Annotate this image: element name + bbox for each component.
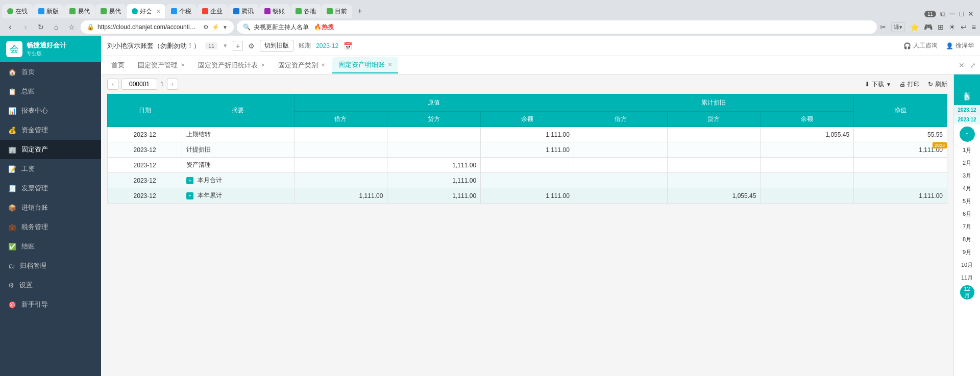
maximize-btn[interactable]: □ <box>960 10 964 18</box>
col-orig-debit: 借方 <box>294 112 387 127</box>
period-month-11[interactable]: 11月 <box>954 271 980 284</box>
support-btn[interactable]: 🎧 人工咨询 <box>903 41 938 50</box>
tab-bar: 在线 新版 易代 易代 好会 ✕ 个税 企业 腾讯 <box>0 0 980 18</box>
browser-tab-yidai2[interactable]: 易代 <box>95 4 126 18</box>
cell-summary-4: + 本月合计 <box>182 173 294 188</box>
close-tab-detail[interactable]: ✕ <box>388 62 392 67</box>
period-month-10[interactable]: 10月 <box>954 259 980 271</box>
period-month-1[interactable]: 1月 <box>954 144 980 157</box>
account-settings-icon[interactable]: ⚙ <box>248 42 255 50</box>
account-dropdown-icon[interactable]: ▼ <box>223 43 228 48</box>
switch-to-old-btn[interactable]: 切到旧版 <box>260 40 293 52</box>
site-info-icon[interactable]: ⚙ <box>203 23 209 31</box>
cell-orig-debit-4 <box>294 173 387 188</box>
search-bar[interactable]: 🔍 央视更新主持人名单 🔥热搜 <box>237 20 877 34</box>
close-all-tabs-icon[interactable]: ✕ <box>959 61 965 69</box>
close-tab-fixed-assets-mgmt[interactable]: ✕ <box>181 62 185 68</box>
tab-depreciation-stats[interactable]: 固定资产折旧统计表 ✕ <box>192 57 271 73</box>
sidebar-item-close-books[interactable]: ✅ 结账 <box>0 237 101 256</box>
tab-close-active[interactable]: ✕ <box>156 9 160 14</box>
period-month-8[interactable]: 8月 <box>954 233 980 246</box>
cell-accum-balance-5 <box>761 188 854 204</box>
menu-icon[interactable]: ≡ <box>972 23 976 31</box>
browser-tab-enterprise[interactable]: 企业 <box>197 4 228 18</box>
tab-fixed-assets-category[interactable]: 固定资产类别 ✕ <box>272 57 331 73</box>
period-value[interactable]: 2023-12 <box>316 42 338 49</box>
sidebar-item-payroll[interactable]: 📝 工资 <box>0 159 101 179</box>
refresh-content-btn[interactable]: ↻ 刷新 <box>928 80 947 89</box>
cell-orig-credit-2 <box>387 142 481 158</box>
browser-tab-gedi[interactable]: 各地 <box>290 4 321 18</box>
tab-fixed-assets-mgmt[interactable]: 固定资产管理 ✕ <box>132 57 191 73</box>
period-month-4[interactable]: 4月 <box>954 182 980 195</box>
payroll-icon: 📝 <box>8 165 16 173</box>
game-icon[interactable]: 🎮 <box>924 23 933 31</box>
restore-window-icon[interactable]: ⧉ <box>940 10 945 18</box>
print-btn[interactable]: 🖨 打印 <box>899 80 920 89</box>
add-account-btn[interactable]: + <box>233 41 243 51</box>
next-page-btn[interactable]: › <box>167 79 178 90</box>
sidebar-item-tax[interactable]: 💼 税务管理 <box>0 217 101 237</box>
page-number-input[interactable] <box>121 79 157 90</box>
calendar-icon[interactable]: 📅 <box>344 42 352 50</box>
browser-tab-new[interactable]: 新版 <box>33 4 64 18</box>
period-month-12[interactable]: 12月 <box>960 285 974 299</box>
browser-tab-active[interactable]: 好会 ✕ <box>127 4 165 18</box>
bookmark-btn[interactable]: ☆ <box>65 21 78 33</box>
scroll-top-btn[interactable]: ↑ <box>960 127 975 142</box>
browser-tab-online[interactable]: 在线 <box>2 4 33 18</box>
grid-icon[interactable]: ⊞ <box>938 23 944 31</box>
sidebar-item-settings[interactable]: ⚙ 设置 <box>0 275 101 295</box>
search-icon: 🔍 <box>243 23 251 31</box>
forward-btn[interactable]: › <box>19 21 32 33</box>
sidebar-item-funds[interactable]: 💰 资金管理 <box>0 120 101 140</box>
table-row-subtotal: 2023-12 + 本月合计 1,111.00 <box>108 173 947 188</box>
cell-date-5: 2023-12 <box>108 188 182 204</box>
browser-toolbar-right: ✂ 译▾ ⭐ 🎮 ⊞ ☀ ↩ ≡ <box>880 22 976 32</box>
minimize-btn[interactable]: ─ <box>949 9 955 18</box>
sidebar-item-invoice[interactable]: 🧾 发票管理 <box>0 179 101 198</box>
refresh-nav-btn[interactable]: ↻ <box>35 21 47 33</box>
browser-tab-muqian[interactable]: 目前 <box>322 4 352 18</box>
sidebar-item-ledger[interactable]: 📋 总账 <box>0 82 101 101</box>
sidebar-item-guide[interactable]: 🎯 新手引导 <box>0 295 101 314</box>
dropdown-nav-icon[interactable]: ▼ <box>223 24 228 30</box>
download-btn[interactable]: ⬇ 下载 ▼ <box>865 80 891 89</box>
home-btn[interactable]: ⌂ <box>50 21 62 33</box>
close-btn[interactable]: ✕ <box>968 10 974 18</box>
cell-date-3: 2023-12 <box>108 158 182 173</box>
period-month-9[interactable]: 9月 <box>954 246 980 259</box>
translate-icon[interactable]: 译▾ <box>891 22 905 32</box>
sidebar-item-archive[interactable]: 🗂 归档管理 <box>0 256 101 275</box>
period-month-3[interactable]: 3月 <box>954 169 980 182</box>
sidebar-item-home[interactable]: 🏠 首页 <box>0 62 101 82</box>
scissors-icon[interactable]: ✂ <box>880 23 886 31</box>
browser-tab-chang[interactable]: 畅账 <box>259 4 290 18</box>
url-bar[interactable]: 🔒 https://cloud.chanjet.com/accounting/u… <box>81 20 234 34</box>
expand-icon[interactable]: ⤢ <box>970 61 976 69</box>
browser-tab-tax[interactable]: 个税 <box>166 4 197 18</box>
star-icon[interactable]: ⭐ <box>910 23 919 31</box>
sidebar-item-reports[interactable]: 📊 报表中心 <box>0 101 101 120</box>
cell-orig-credit-1 <box>387 127 481 142</box>
cell-accum-balance-3 <box>761 158 854 173</box>
tab-home[interactable]: 首页 <box>105 57 131 73</box>
undo-icon[interactable]: ↩ <box>961 23 967 31</box>
sidebar-item-fixed-assets[interactable]: 🏢 固定资产 <box>0 140 101 159</box>
period-month-6[interactable]: 6月 <box>954 208 980 220</box>
brightness-icon[interactable]: ☀ <box>949 23 955 31</box>
close-tab-depreciation-stats[interactable]: ✕ <box>261 62 265 68</box>
period-month-5[interactable]: 5月 <box>954 195 980 208</box>
close-tab-category[interactable]: ✕ <box>321 62 325 68</box>
period-month-2[interactable]: 2月 <box>954 157 980 169</box>
browser-tab-yidai1[interactable]: 易代 <box>64 4 95 18</box>
new-tab-btn[interactable]: + <box>353 4 367 18</box>
prev-page-btn[interactable]: ‹ <box>107 79 118 90</box>
user-menu[interactable]: 👤 徐泽华 <box>946 41 974 50</box>
period-month-7[interactable]: 7月 <box>954 220 980 233</box>
sidebar-item-purchase-sales[interactable]: 📦 进销台账 <box>0 198 101 217</box>
browser-tab-tencent[interactable]: 腾讯 <box>228 4 259 18</box>
tab-fixed-assets-detail[interactable]: 固定资产明细账 ✕ <box>332 57 398 73</box>
year-badge: 2023 <box>933 142 947 148</box>
back-btn[interactable]: ‹ <box>4 21 16 33</box>
